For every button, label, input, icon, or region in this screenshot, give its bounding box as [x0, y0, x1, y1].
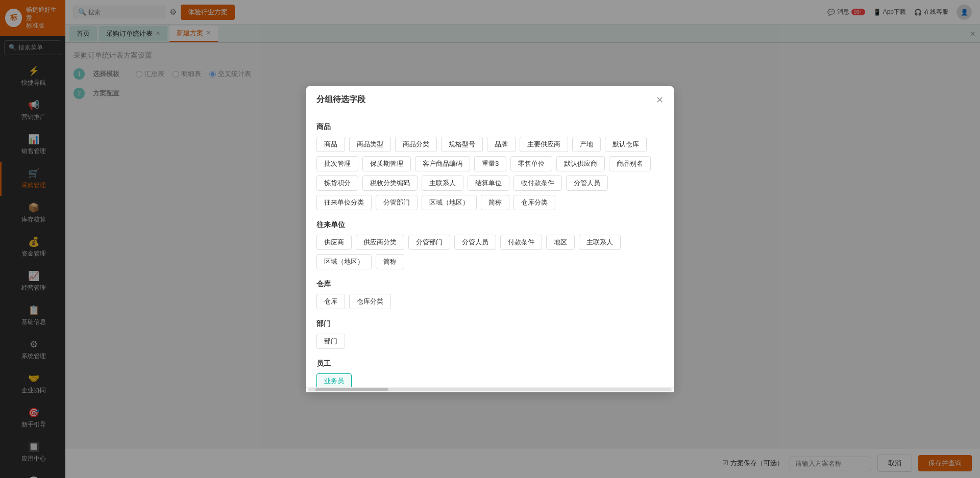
field-tag-dept[interactable]: 分管部门	[376, 195, 418, 210]
field-group-goods: 商品 商品 商品类型 商品分类 规格型号 品牌 主要供应商 产地 默认仓库 批次…	[316, 122, 664, 210]
field-select-dialog: 分组待选字段 ✕ 商品 商品 商品类型 商品分类 规格型号 品牌 主要供应商 产…	[306, 86, 674, 392]
field-tag-department[interactable]: 部门	[316, 334, 345, 349]
field-tags-warehouse: 仓库 仓库分类	[316, 294, 664, 309]
field-tag-brand[interactable]: 品牌	[487, 137, 516, 152]
field-tag-main-supplier[interactable]: 主要供应商	[520, 137, 568, 152]
field-tag-goods-category[interactable]: 商品分类	[395, 137, 437, 152]
group-title-warehouse: 仓库	[316, 280, 664, 289]
field-tag-default-warehouse[interactable]: 默认仓库	[605, 137, 647, 152]
field-tag-batch-mgmt[interactable]: 批次管理	[316, 156, 358, 171]
field-tag-warehouse-cat[interactable]: 仓库分类	[349, 294, 391, 309]
field-tag-payment-terms[interactable]: 收付款条件	[513, 175, 562, 191]
dialog-overlay: 分组待选字段 ✕ 商品 商品 商品类型 商品分类 规格型号 品牌 主要供应商 产…	[0, 0, 980, 478]
field-tag-goods[interactable]: 商品	[316, 137, 345, 152]
field-tag-default-supplier[interactable]: 默认供应商	[556, 156, 605, 171]
field-tag-short-name2[interactable]: 简称	[376, 254, 404, 269]
field-tag-customer-code[interactable]: 客户商品编码	[415, 156, 470, 171]
field-tag-supplier[interactable]: 供应商	[316, 235, 352, 250]
field-tag-payment-condition[interactable]: 付款条件	[500, 235, 542, 250]
field-tag-warehouse[interactable]: 仓库	[316, 294, 345, 309]
dialog-scrollbar-h[interactable]	[306, 387, 674, 392]
field-tags-goods: 商品 商品类型 商品分类 规格型号 品牌 主要供应商 产地 默认仓库 批次管理 …	[316, 137, 664, 210]
field-tags-employee: 业务员	[316, 373, 664, 388]
field-group-warehouse: 仓库 仓库 仓库分类	[316, 280, 664, 309]
dialog-title: 分组待选字段	[316, 94, 365, 105]
field-tag-manage-person[interactable]: 分管人员	[454, 235, 496, 250]
field-tag-goods-alias[interactable]: 商品别名	[609, 156, 651, 171]
field-tag-pick-score[interactable]: 拣货积分	[316, 175, 358, 191]
field-tag-short-name[interactable]: 简称	[481, 195, 509, 210]
field-tag-warehouse-category[interactable]: 仓库分类	[513, 195, 555, 210]
field-tag-supervisor[interactable]: 分管人员	[566, 175, 608, 191]
group-title-department: 部门	[316, 319, 664, 329]
field-tag-settlement-unit[interactable]: 结算单位	[468, 175, 509, 191]
field-tag-area[interactable]: 地区	[546, 235, 575, 250]
field-tag-goods-type[interactable]: 商品类型	[349, 137, 391, 152]
field-tag-main-contact[interactable]: 主联系人	[422, 175, 463, 191]
field-tags-counterpart: 供应商 供应商分类 分管部门 分管人员 付款条件 地区 主联系人 区域（地区） …	[316, 235, 664, 269]
field-tag-retail-unit[interactable]: 零售单位	[510, 156, 552, 171]
dialog-body: 商品 商品 商品类型 商品分类 规格型号 品牌 主要供应商 产地 默认仓库 批次…	[306, 114, 674, 388]
field-tag-supplier-category[interactable]: 供应商分类	[356, 235, 404, 250]
field-tag-weight[interactable]: 重量3	[474, 156, 506, 171]
field-tag-region2[interactable]: 区域（地区）	[316, 254, 372, 269]
group-title-counterpart: 往来单位	[316, 220, 664, 230]
field-group-department: 部门 部门	[316, 319, 664, 349]
field-tag-origin[interactable]: 产地	[572, 137, 601, 152]
field-tag-spec-model[interactable]: 规格型号	[441, 137, 483, 152]
field-tag-region[interactable]: 区域（地区）	[422, 195, 477, 210]
field-group-employee: 员工 业务员	[316, 359, 664, 388]
field-tag-tax-code[interactable]: 税收分类编码	[362, 175, 418, 191]
dialog-header: 分组待选字段 ✕	[306, 86, 674, 114]
field-tag-manage-dept[interactable]: 分管部门	[408, 235, 450, 250]
field-tag-salesperson[interactable]: 业务员	[316, 373, 352, 388]
field-tags-department: 部门	[316, 334, 664, 349]
field-tag-main-contact2[interactable]: 主联系人	[579, 235, 621, 250]
field-group-counterpart: 往来单位 供应商 供应商分类 分管部门 分管人员 付款条件 地区 主联系人 区域…	[316, 220, 664, 269]
group-title-employee: 员工	[316, 359, 664, 368]
group-title-goods: 商品	[316, 122, 664, 132]
field-tag-counterpart-category[interactable]: 往来单位分类	[316, 195, 372, 210]
field-tag-shelf-life[interactable]: 保质期管理	[362, 156, 411, 171]
dialog-close-button[interactable]: ✕	[656, 94, 664, 106]
